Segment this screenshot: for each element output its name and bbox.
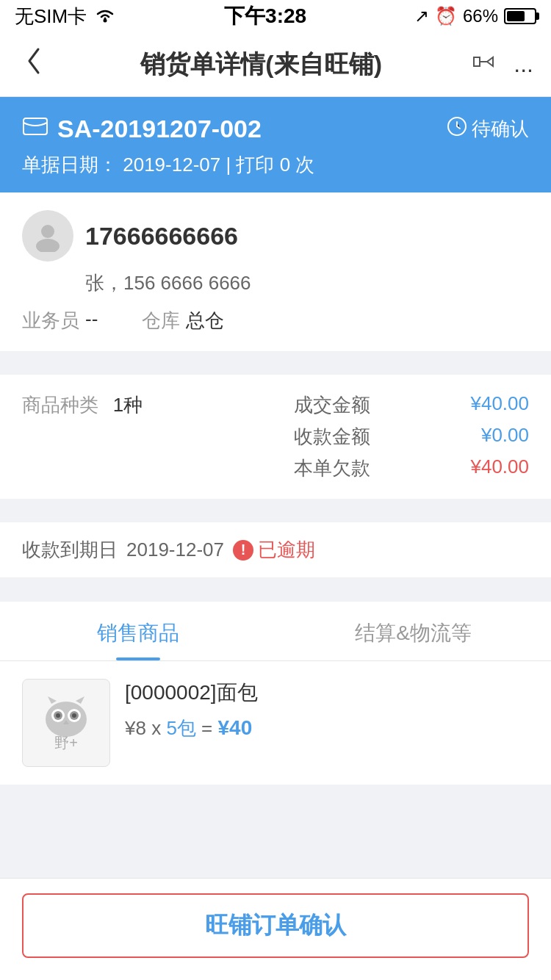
share-button[interactable] — [472, 48, 499, 81]
divider-1 — [0, 351, 551, 363]
warehouse-item: 仓库 总仓 — [142, 308, 224, 334]
location-icon: ↗ — [414, 6, 429, 26]
bottom-bar: 旺铺订单确认 — [0, 878, 551, 980]
order-status: 待确认 — [447, 116, 529, 142]
due-label: 收款到期日 — [22, 537, 118, 563]
wifi-icon — [94, 5, 116, 28]
salesperson-label: 业务员 — [22, 308, 79, 334]
amounts-section: 成交金额 ¥40.00 收款金额 ¥0.00 本单欠款 ¥40.00 — [294, 392, 529, 481]
back-button[interactable] — [18, 39, 50, 90]
amount-row-0: 成交金额 ¥40.00 — [294, 392, 529, 418]
battery-fill — [507, 11, 525, 21]
alarm-icon: ⏰ — [435, 6, 457, 26]
product-item: 野+ [0000002]面包 ¥8 x 5包 = ¥40 — [22, 679, 529, 767]
salesperson-value: -- — [85, 308, 98, 334]
svg-point-0 — [104, 18, 107, 22]
order-date: 单据日期： 2019-12-07 | 打印 0 次 — [22, 152, 529, 178]
tabs-section: 销售商品 结算&物流等 — [0, 602, 551, 661]
warehouse-value: 总仓 — [186, 308, 224, 334]
product-info: [0000002]面包 ¥8 x 5包 = ¥40 — [125, 679, 529, 741]
svg-marker-14 — [76, 696, 84, 704]
svg-point-11 — [72, 713, 76, 718]
product-logo: 野+ — [40, 693, 92, 753]
clock-icon — [447, 116, 467, 142]
confirm-order-button[interactable]: 旺铺订单确认 — [22, 893, 529, 958]
amount-row-1: 收款金额 ¥0.00 — [294, 424, 529, 450]
due-date: 2019-12-07 — [126, 538, 224, 561]
svg-point-4 — [36, 239, 60, 252]
product-section: 野+ [0000002]面包 ¥8 x 5包 = ¥40 — [0, 661, 551, 785]
product-type: 商品种类 1种 — [22, 392, 143, 418]
svg-point-10 — [56, 713, 60, 718]
product-price: ¥8 x 5包 = ¥40 — [125, 716, 529, 741]
summary-row: 商品种类 1种 成交金额 ¥40.00 收款金额 ¥0.00 本单欠款 ¥40.… — [22, 392, 529, 481]
status-time: 下午3:28 — [224, 2, 306, 30]
status-bar: 无SIM卡 下午3:28 ↗ ⏰ 66% — [0, 0, 551, 32]
battery-percent: 66% — [463, 6, 498, 26]
divider-2 — [0, 499, 551, 511]
status-left: 无SIM卡 — [15, 4, 116, 29]
more-button[interactable]: ... — [514, 51, 533, 78]
tab-sales-products[interactable]: 销售商品 — [0, 602, 276, 660]
summary-section: 商品种类 1种 成交金额 ¥40.00 收款金额 ¥0.00 本单欠款 ¥40.… — [0, 375, 551, 499]
svg-point-5 — [46, 702, 87, 737]
product-name: [0000002]面包 — [125, 679, 529, 707]
tabs-row: 销售商品 结算&物流等 — [0, 602, 551, 660]
order-header-banner: SA-20191207-002 待确认 单据日期： 2019-12-07 | 打… — [0, 97, 551, 192]
due-section: 收款到期日 2019-12-07 ! 已逾期 — [0, 522, 551, 578]
avatar — [22, 210, 73, 262]
carrier-text: 无SIM卡 — [15, 4, 87, 29]
product-thumbnail: 野+ — [22, 679, 110, 767]
svg-point-3 — [41, 225, 54, 238]
battery-icon — [504, 8, 536, 24]
order-icon — [22, 115, 48, 143]
customer-row: 17666666666 — [22, 210, 529, 262]
overdue-icon: ! — [233, 540, 253, 561]
salesperson-item: 业务员 -- — [22, 308, 98, 334]
customer-meta: 业务员 -- 仓库 总仓 — [22, 308, 529, 334]
warehouse-label: 仓库 — [142, 308, 180, 334]
amount-row-2: 本单欠款 ¥40.00 — [294, 455, 529, 481]
order-number: SA-20191207-002 — [22, 115, 262, 143]
customer-name: 张，156 6666 6666 — [22, 270, 529, 296]
nav-bar: 销货单详情(来自旺铺) ... — [0, 32, 551, 97]
logo-text: 野+ — [54, 733, 78, 753]
status-right: ↗ ⏰ 66% — [414, 6, 536, 26]
svg-marker-13 — [48, 696, 57, 704]
overdue-text: 已逾期 — [258, 537, 315, 563]
customer-section: 17666666666 张，156 6666 6666 业务员 -- 仓库 总仓 — [0, 192, 551, 351]
page-title: 销货单详情(来自旺铺) — [140, 48, 382, 82]
overdue-badge: ! 已逾期 — [233, 537, 315, 563]
nav-actions: ... — [472, 48, 533, 81]
customer-phone: 17666666666 — [85, 222, 238, 251]
tab-settlement-logistics[interactable]: 结算&物流等 — [276, 602, 551, 660]
order-header-top: SA-20191207-002 待确认 — [22, 115, 529, 143]
divider-3 — [0, 578, 551, 590]
